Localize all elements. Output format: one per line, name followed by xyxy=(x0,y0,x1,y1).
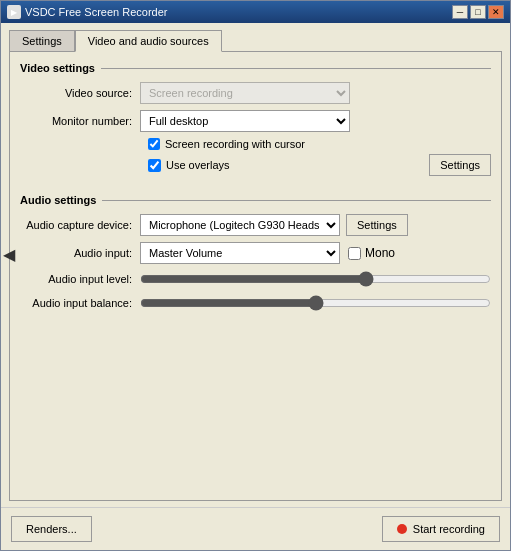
cursor-checkbox-label: Screen recording with cursor xyxy=(165,138,305,150)
mono-label: Mono xyxy=(365,246,395,260)
audio-settings-section: Audio settings Audio capture device: Mic… xyxy=(20,194,491,318)
overlays-row: Use overlays Settings xyxy=(148,154,491,176)
audio-input-label: Audio input: xyxy=(20,247,140,259)
window-title: VSDC Free Screen Recorder xyxy=(25,6,167,18)
video-source-select: Screen recording xyxy=(140,82,350,104)
audio-settings-button[interactable]: Settings xyxy=(346,214,408,236)
record-dot-icon xyxy=(397,524,407,534)
video-settings-section: Video settings Video source: Screen reco… xyxy=(20,62,491,178)
audio-level-row: Audio input level: xyxy=(20,270,491,288)
renders-button[interactable]: Renders... xyxy=(11,516,92,542)
title-bar-left: ▶ VSDC Free Screen Recorder xyxy=(7,5,167,19)
audio-balance-container xyxy=(140,294,491,312)
audio-settings-label: Audio settings xyxy=(20,194,491,206)
audio-capture-label: Audio capture device: xyxy=(20,219,140,231)
tab-settings[interactable]: Settings xyxy=(9,30,75,52)
audio-input-select[interactable]: Master Volume xyxy=(140,242,340,264)
monitor-select[interactable]: Full desktop xyxy=(140,110,350,132)
audio-device-select[interactable]: Microphone (Logitech G930 Headset) xyxy=(140,214,340,236)
overlays-checkbox-label: Use overlays xyxy=(166,159,230,171)
video-settings-button[interactable]: Settings xyxy=(429,154,491,176)
content-area: Settings Video and audio sources ◀ Video… xyxy=(1,23,510,507)
audio-level-slider[interactable] xyxy=(140,270,491,288)
video-settings-label: Video settings xyxy=(20,62,491,74)
audio-input-row: Audio input: Master Volume Mono xyxy=(20,242,491,264)
window-controls: ─ □ ✕ xyxy=(452,5,504,19)
audio-balance-row: Audio input balance: xyxy=(20,294,491,312)
close-button[interactable]: ✕ xyxy=(488,5,504,19)
app-icon: ▶ xyxy=(7,5,21,19)
audio-balance-slider[interactable] xyxy=(140,294,491,312)
mono-row: Mono xyxy=(348,246,395,260)
monitor-label: Monitor number: xyxy=(20,115,140,127)
main-panel: Video settings Video source: Screen reco… xyxy=(9,51,502,501)
title-bar: ▶ VSDC Free Screen Recorder ─ □ ✕ xyxy=(1,1,510,23)
tab-video-audio[interactable]: Video and audio sources xyxy=(75,30,222,52)
start-recording-label: Start recording xyxy=(413,523,485,535)
main-window: ▶ VSDC Free Screen Recorder ─ □ ✕ Settin… xyxy=(0,0,511,551)
video-source-label: Video source: xyxy=(20,87,140,99)
video-source-row: Video source: Screen recording xyxy=(20,82,491,104)
maximize-button[interactable]: □ xyxy=(470,5,486,19)
audio-level-label: Audio input level: xyxy=(20,273,140,285)
audio-input-controls: Master Volume Mono xyxy=(140,242,395,264)
cursor-checkbox-row: Screen recording with cursor xyxy=(148,138,491,150)
audio-balance-label: Audio input balance: xyxy=(20,297,140,309)
monitor-row: Monitor number: Full desktop xyxy=(20,110,491,132)
mono-checkbox[interactable] xyxy=(348,247,361,260)
panel-left-arrow[interactable]: ◀ xyxy=(3,244,15,263)
overlays-checkbox[interactable] xyxy=(148,159,161,172)
minimize-button[interactable]: ─ xyxy=(452,5,468,19)
bottom-bar: Renders... Start recording xyxy=(1,507,510,550)
audio-capture-controls: Microphone (Logitech G930 Headset) Setti… xyxy=(140,214,408,236)
start-recording-button[interactable]: Start recording xyxy=(382,516,500,542)
cursor-checkbox[interactable] xyxy=(148,138,160,150)
audio-capture-row: Audio capture device: Microphone (Logite… xyxy=(20,214,491,236)
tab-bar: Settings Video and audio sources xyxy=(9,29,502,51)
audio-level-container xyxy=(140,270,491,288)
